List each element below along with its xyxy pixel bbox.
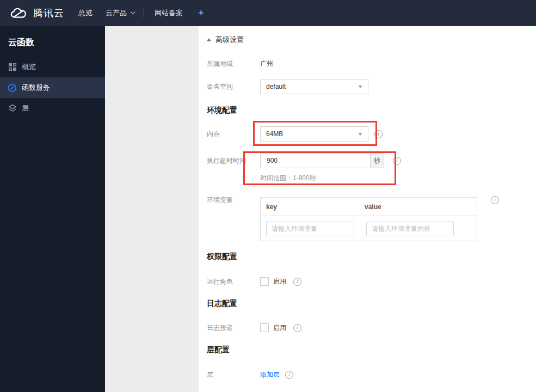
run-role-enable-label: 启用 — [273, 277, 286, 286]
sidebar-item-layers-label: 层 — [22, 103, 29, 113]
nav-item-icp-filing-label: 网站备案 — [155, 8, 183, 18]
chevron-down-icon — [131, 10, 135, 14]
run-role-enable-checkbox[interactable] — [260, 277, 269, 286]
run-role-label: 运行角色 — [207, 277, 260, 286]
layer-config-section: 层配置 — [207, 345, 230, 355]
nav-item-cloud-products[interactable]: 云产品 — [106, 8, 134, 18]
log-config-heading: 日志配置 — [207, 299, 237, 309]
navbar-menu: 总览 云产品 网站备案 + — [78, 8, 204, 19]
run-role-info-icon[interactable] — [293, 278, 301, 286]
log-config-section: 日志配置 — [207, 299, 237, 309]
run-role-row: 运行角色 启用 — [207, 277, 301, 286]
log-shipping-label: 日志投递 — [207, 323, 260, 333]
log-shipping-info-icon[interactable] — [293, 324, 301, 332]
namespace-label: 命名空间 — [207, 82, 260, 91]
env-config-section: 环境配置 — [207, 106, 237, 115]
nav-item-overview-label: 总览 — [78, 8, 93, 18]
namespace-selected-value: default — [266, 83, 286, 90]
timeout-unit-addon: 秒 — [370, 154, 384, 168]
envvar-table-row — [261, 216, 477, 241]
namespace-row: 命名空间 default — [207, 79, 368, 94]
chevron-down-icon — [358, 133, 362, 136]
memory-select[interactable]: 64MB — [260, 126, 368, 142]
envvar-table-header: key value — [261, 198, 477, 216]
chevron-down-icon — [358, 85, 362, 88]
envvar-info-icon[interactable] — [491, 196, 499, 204]
collapse-arrow-icon — [207, 38, 211, 41]
envvar-value-input[interactable] — [366, 222, 454, 236]
advanced-settings-toggle[interactable]: 高级设置 — [207, 34, 244, 45]
log-shipping-enable-checkbox[interactable] — [260, 323, 269, 332]
advanced-settings-label: 高级设置 — [215, 35, 244, 45]
logo-text: 腾讯云 — [33, 7, 64, 20]
log-shipping-enable-label: 启用 — [273, 323, 286, 333]
envvar-table: key value — [260, 197, 477, 241]
sidebar-menu: 概览 函数服务 层 — [0, 57, 105, 119]
memory-selected-value: 64MB — [266, 130, 283, 138]
sidebar: 云函数 概览 函数服务 — [0, 26, 105, 392]
envvar-label: 环境变量 — [207, 195, 260, 205]
sidebar-item-layers[interactable]: 层 — [0, 98, 105, 119]
add-layer-info-icon[interactable] — [285, 371, 293, 379]
sidebar-item-function-service[interactable]: 函数服务 — [0, 77, 105, 98]
function-config-panel: 高级设置 所属地域 广州 命名空间 default 环境配置 内存 64MB 执… — [199, 26, 536, 392]
top-navbar: 腾讯云 总览 云产品 网站备案 + — [0, 0, 536, 26]
layer-label: 层 — [207, 370, 260, 379]
add-tab-button[interactable]: + — [198, 8, 204, 19]
sidebar-item-overview[interactable]: 概览 — [0, 57, 105, 77]
timeout-input[interactable] — [261, 154, 370, 168]
nav-item-cloud-products-label: 云产品 — [106, 8, 127, 18]
tencent-cloud-logo[interactable]: 腾讯云 — [10, 7, 64, 20]
perm-config-heading: 权限配置 — [207, 252, 237, 262]
region-label: 所属地域 — [207, 59, 260, 69]
layers-icon — [8, 104, 17, 113]
memory-info-icon[interactable] — [374, 130, 383, 138]
envvar-value-header: value — [365, 203, 381, 211]
envvar-key-header: key — [266, 203, 365, 211]
region-value: 广州 — [260, 59, 273, 69]
nav-item-icp-filing[interactable]: 网站备案 — [155, 8, 183, 18]
envvar-label-row: 环境变量 — [207, 195, 260, 204]
memory-label: 内存 — [207, 130, 260, 139]
timeout-row: 执行超时时间 秒 — [207, 153, 401, 168]
env-config-heading: 环境配置 — [207, 106, 237, 115]
region-row: 所属地域 广州 — [207, 58, 273, 69]
navbar-divider — [143, 9, 144, 17]
timeout-range-hint: 时间范围：1-900秒 — [260, 174, 316, 183]
memory-row: 内存 64MB — [207, 126, 383, 142]
add-layer-link[interactable]: 添加层 — [260, 370, 280, 379]
layer-row: 层 添加层 — [207, 370, 293, 379]
log-shipping-row: 日志投递 启用 — [207, 323, 301, 333]
sidebar-title: 云函数 — [0, 26, 105, 46]
layer-config-heading: 层配置 — [207, 345, 230, 355]
cloud-logo-icon — [10, 7, 28, 20]
timeout-info-icon[interactable] — [393, 157, 401, 165]
namespace-select[interactable]: default — [260, 79, 368, 94]
grid-overview-icon — [8, 63, 17, 72]
scf-hexagon-icon — [8, 83, 17, 93]
page-background-gutter — [105, 26, 199, 392]
envvar-key-input[interactable] — [266, 222, 354, 236]
timeout-label: 执行超时时间 — [207, 156, 260, 166]
sidebar-item-function-service-label: 函数服务 — [22, 83, 50, 93]
nav-item-overview[interactable]: 总览 — [78, 8, 93, 18]
perm-config-section: 权限配置 — [207, 252, 237, 262]
sidebar-item-overview-label: 概览 — [22, 62, 36, 72]
timeout-input-group: 秒 — [260, 153, 384, 168]
